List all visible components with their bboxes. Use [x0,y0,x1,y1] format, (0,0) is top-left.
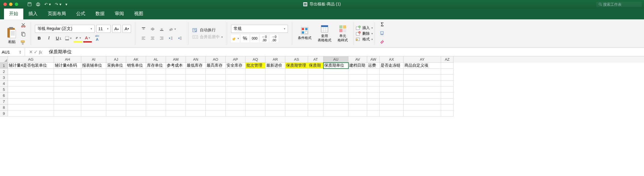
tab-view[interactable]: 视图 [129,8,148,19]
cell[interactable] [186,69,206,75]
font-size-select[interactable]: 11▾ [96,25,111,33]
close-icon[interactable] [3,3,7,6]
cell[interactable] [380,75,404,81]
cell[interactable] [285,105,308,110]
cell[interactable] [441,63,454,69]
fx-icon[interactable]: fx [39,50,42,54]
align-right-button[interactable] [157,34,166,42]
cell[interactable] [206,81,226,87]
column-header[interactable]: AO [206,56,226,63]
cell[interactable] [323,110,348,116]
cell[interactable] [166,93,186,99]
cell[interactable] [8,69,54,75]
cell[interactable]: 最高库存 [206,63,226,69]
cell[interactable] [246,87,265,93]
cell[interactable]: 最低库存 [186,63,206,69]
cell[interactable] [146,81,166,87]
cell[interactable] [404,87,441,93]
cell-styles-button[interactable]: 单元 格样式 [336,24,350,43]
cell[interactable] [206,105,226,110]
cell[interactable] [441,105,454,110]
cut-button[interactable] [20,22,27,28]
clear-button[interactable] [379,39,386,45]
cell[interactable] [367,105,380,110]
cell[interactable]: 销售单位 [126,63,146,69]
cell[interactable] [54,93,81,99]
cell[interactable] [441,87,454,93]
cell[interactable] [81,69,106,75]
cell[interactable] [8,93,54,99]
column-header[interactable]: AG [8,56,54,63]
cell[interactable] [186,81,206,87]
phonetic-button[interactable]: abcA [93,34,101,42]
cell[interactable] [166,87,186,93]
name-box[interactable]: AU1 ▲▼ [0,48,25,56]
search-box[interactable] [596,2,642,7]
cell[interactable] [81,75,106,81]
cell[interactable] [186,110,206,116]
cell[interactable] [54,87,81,93]
cell[interactable] [226,69,246,75]
cell[interactable]: 保质期单位 [323,63,348,69]
cell[interactable] [348,93,367,99]
cell[interactable] [441,75,454,81]
cell[interactable] [206,87,226,93]
cell[interactable] [285,81,308,87]
cell[interactable] [323,93,348,99]
cell[interactable] [106,93,126,99]
column-header[interactable]: AW [367,56,380,63]
cell[interactable] [81,105,106,110]
cell[interactable] [8,105,54,110]
tab-page-layout[interactable]: 页面布局 [43,8,71,19]
cell[interactable] [8,99,54,105]
cell[interactable] [367,81,380,87]
cell[interactable] [246,81,265,87]
row-header[interactable]: 3 [0,75,8,81]
cell[interactable] [308,69,323,75]
row-header[interactable]: 7 [0,99,8,105]
row-header[interactable]: 5 [0,87,8,93]
cell[interactable] [246,110,265,116]
formula-input[interactable]: 保质期单位 [46,49,644,55]
print-icon[interactable] [36,2,40,7]
column-header[interactable]: AL [146,56,166,63]
border-button[interactable] [64,34,72,42]
tab-review[interactable]: 审阅 [110,8,129,19]
cell[interactable] [380,105,404,110]
comma-button[interactable]: 000 [250,34,259,42]
align-bottom-button[interactable] [157,25,166,33]
cell[interactable] [226,75,246,81]
align-left-button[interactable] [139,34,148,42]
cell[interactable] [348,110,367,116]
redo-icon[interactable]: ↷ ▾ [55,2,61,7]
row-header[interactable]: 2 [0,69,8,75]
cell[interactable] [126,69,146,75]
cell[interactable] [380,69,404,75]
cell[interactable] [8,110,54,116]
cell[interactable] [348,87,367,93]
percent-button[interactable]: % [241,34,249,42]
cell[interactable] [404,105,441,110]
cell[interactable] [226,81,246,87]
cell[interactable] [323,105,348,110]
cell[interactable] [441,93,454,99]
cell[interactable] [367,69,380,75]
cell[interactable] [166,105,186,110]
cell[interactable] [8,75,54,81]
cell[interactable]: 采购单位 [106,63,126,69]
cell[interactable] [186,105,206,110]
cell[interactable]: 参考成本 [166,63,186,69]
cell[interactable] [146,69,166,75]
font-color-button[interactable]: A [83,34,92,42]
cell[interactable] [106,87,126,93]
cell[interactable]: 建档日期 [348,63,367,69]
increase-font-button[interactable]: A▴ [112,25,121,33]
format-painter-button[interactable] [20,39,27,46]
cell[interactable] [265,87,285,93]
cell[interactable] [206,93,226,99]
accept-formula-icon[interactable]: ✓ [34,50,38,54]
cell[interactable] [81,110,106,116]
cell[interactable] [348,81,367,87]
cell[interactable] [367,99,380,105]
minimize-icon[interactable] [9,3,13,6]
